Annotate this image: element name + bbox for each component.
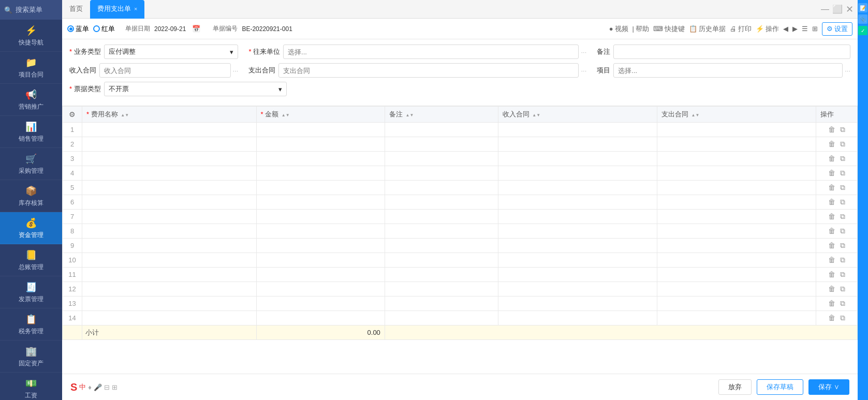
row-remark-3[interactable]	[385, 152, 498, 166]
row-delete-10[interactable]: 🗑	[827, 255, 837, 264]
row-copy-1[interactable]: ⧉	[838, 125, 847, 135]
row-amount-3[interactable]	[256, 152, 385, 166]
row-income-9[interactable]	[498, 239, 657, 253]
remark-input[interactable]	[613, 45, 850, 59]
action-ops[interactable]: ⚡ 操作	[756, 24, 779, 34]
row-amount-13[interactable]	[256, 297, 385, 311]
row-delete-5[interactable]: 🗑	[827, 183, 837, 192]
row-name-7[interactable]	[82, 210, 257, 224]
row-delete-4[interactable]: 🗑	[827, 168, 837, 177]
sidebar-item-8[interactable]: 🧾发票管理	[0, 276, 62, 308]
settings-button[interactable]: ⚙ 设置	[822, 22, 852, 36]
row-income-12[interactable]	[498, 282, 657, 297]
row-delete-12[interactable]: 🗑	[827, 284, 837, 293]
right-sidebar-btn-3[interactable]: ✓	[858, 26, 867, 35]
sort-amount-icon[interactable]: ▲▼	[282, 113, 290, 117]
red-bill-radio[interactable]: 红单	[93, 24, 115, 34]
right-sidebar-btn-1[interactable]: 📝	[858, 3, 867, 12]
row-name-11[interactable]	[82, 268, 257, 282]
sort-remark-icon[interactable]: ▲▼	[405, 113, 414, 117]
row-income-7[interactable]	[498, 210, 657, 224]
save-button[interactable]: 保存 ∨	[808, 379, 849, 395]
row-income-13[interactable]	[498, 297, 657, 311]
sort-income-icon[interactable]: ▲▼	[532, 113, 540, 117]
row-amount-10[interactable]	[256, 253, 385, 268]
row-copy-8[interactable]: ⧉	[838, 226, 847, 236]
action-shortcut[interactable]: ⌨ 快捷键	[653, 24, 685, 34]
row-expense-11[interactable]	[657, 268, 816, 282]
row-amount-4[interactable]	[256, 166, 385, 181]
row-expense-9[interactable]	[657, 239, 816, 253]
row-expense-6[interactable]	[657, 195, 816, 210]
table-settings-button[interactable]: ⚙	[67, 110, 78, 119]
row-remark-11[interactable]	[385, 268, 498, 282]
row-name-3[interactable]	[82, 152, 257, 166]
row-name-5[interactable]	[82, 181, 257, 195]
row-expense-7[interactable]	[657, 210, 816, 224]
row-delete-7[interactable]: 🗑	[827, 212, 837, 221]
row-expense-3[interactable]	[657, 152, 816, 166]
row-remark-10[interactable]	[385, 253, 498, 268]
row-copy-6[interactable]: ⧉	[838, 197, 847, 207]
row-amount-5[interactable]	[256, 181, 385, 195]
income-contract-dots[interactable]: ···	[233, 67, 239, 75]
sidebar-item-6[interactable]: 💰资金管理	[0, 212, 62, 244]
action-help[interactable]: | 帮助	[632, 24, 649, 34]
logo-icon-3[interactable]: ⊟	[104, 383, 110, 391]
tab-expense[interactable]: 费用支出单 ×	[90, 0, 144, 19]
sidebar-item-0[interactable]: ⚡快捷导航	[0, 20, 62, 52]
row-remark-4[interactable]	[385, 166, 498, 181]
row-amount-9[interactable]	[256, 239, 385, 253]
row-delete-1[interactable]: 🗑	[827, 125, 837, 134]
row-delete-9[interactable]: 🗑	[827, 241, 837, 250]
row-expense-4[interactable]	[657, 166, 816, 181]
row-expense-10[interactable]	[657, 253, 816, 268]
row-amount-1[interactable]	[256, 123, 385, 137]
row-amount-6[interactable]	[256, 195, 385, 210]
row-income-3[interactable]	[498, 152, 657, 166]
blue-bill-radio[interactable]: 蓝单	[67, 24, 89, 34]
sort-expense-icon[interactable]: ▲▼	[691, 113, 699, 117]
row-delete-11[interactable]: 🗑	[827, 270, 837, 279]
window-maximize-icon[interactable]: ⬜	[832, 4, 843, 14]
logo-icon-1[interactable]: ♦	[88, 383, 92, 391]
sidebar-item-3[interactable]: 📊销售管理	[0, 116, 62, 148]
row-remark-8[interactable]	[385, 224, 498, 239]
row-name-9[interactable]	[82, 239, 257, 253]
action-history[interactable]: 📋 历史单据	[689, 24, 726, 34]
sidebar-item-9[interactable]: 📋税务管理	[0, 308, 62, 340]
row-amount-7[interactable]	[256, 210, 385, 224]
calendar-icon[interactable]: 📅	[192, 25, 200, 33]
save-draft-button[interactable]: 保存草稿	[757, 379, 803, 395]
row-name-2[interactable]	[82, 137, 257, 152]
nav-prev-icon[interactable]: ◀	[783, 25, 788, 33]
row-expense-1[interactable]	[657, 123, 816, 137]
row-income-8[interactable]	[498, 224, 657, 239]
row-expense-14[interactable]	[657, 311, 816, 325]
row-expense-12[interactable]	[657, 282, 816, 297]
row-expense-8[interactable]	[657, 224, 816, 239]
action-print[interactable]: 🖨 打印	[730, 24, 752, 34]
row-copy-3[interactable]: ⧉	[838, 154, 847, 164]
sidebar-item-2[interactable]: 📢营销推广	[0, 84, 62, 116]
row-delete-14[interactable]: 🗑	[827, 313, 837, 322]
row-delete-8[interactable]: 🗑	[827, 226, 837, 235]
sort-name-icon[interactable]: ▲▼	[121, 113, 129, 117]
number-value[interactable]: BE-20220921-001	[242, 25, 292, 33]
income-contract-input[interactable]	[99, 63, 231, 78]
date-value[interactable]: 2022-09-21	[154, 25, 186, 33]
nav-next-icon[interactable]: ▶	[792, 25, 798, 33]
row-name-14[interactable]	[82, 311, 257, 325]
window-minimize-icon[interactable]: —	[821, 5, 829, 14]
row-income-5[interactable]	[498, 181, 657, 195]
row-amount-14[interactable]	[256, 311, 385, 325]
row-expense-5[interactable]	[657, 181, 816, 195]
row-remark-6[interactable]	[385, 195, 498, 210]
row-amount-12[interactable]	[256, 282, 385, 297]
row-name-6[interactable]	[82, 195, 257, 210]
row-income-1[interactable]	[498, 123, 657, 137]
row-income-14[interactable]	[498, 311, 657, 325]
invoice-type-select[interactable]: 不开票 ▾	[104, 82, 287, 96]
row-remark-12[interactable]	[385, 282, 498, 297]
row-remark-9[interactable]	[385, 239, 498, 253]
